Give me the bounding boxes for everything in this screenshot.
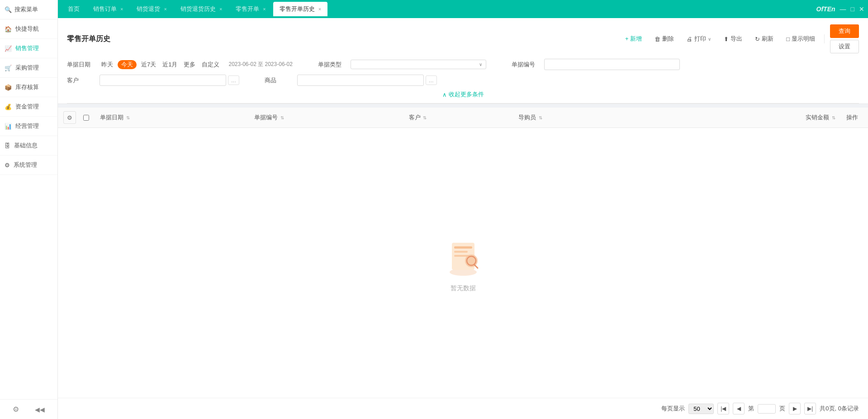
refresh-button[interactable]: ↻ 刷新 (751, 33, 777, 45)
date-opt-more[interactable]: 更多 (182, 60, 197, 69)
print-label: 打印 (694, 35, 706, 43)
date-opt-1month[interactable]: 近1月 (161, 60, 179, 69)
th-date[interactable]: 单据日期 ⇅ (95, 108, 249, 128)
date-opt-today[interactable]: 今天 (118, 60, 137, 69)
tab-sales-order-label: 销售订单 (93, 5, 117, 13)
table-settings-button[interactable]: ⚙ (63, 111, 76, 124)
sort-salesperson-icon: ⇅ (539, 115, 542, 120)
goods-ellipsis[interactable]: ... (426, 75, 437, 85)
th-salesperson[interactable]: 导购员 ⇅ (513, 108, 645, 128)
page-title: 零售开单历史 (67, 34, 110, 44)
prev-page-button[interactable]: ◀ (733, 403, 745, 414)
tab-sales-return-history-close[interactable]: × (219, 6, 222, 12)
tab-sales-return[interactable]: 销货退货 × (130, 2, 173, 16)
sidebar-item-base-info[interactable]: 🗄 基础信息 (0, 136, 57, 155)
th-spacer (645, 108, 686, 128)
brand-label: OfTEn (816, 5, 835, 13)
search-icon: 🔍 (5, 6, 12, 13)
sort-doc-no-icon: ⇅ (280, 115, 284, 120)
last-page-button[interactable]: ▶| (804, 403, 816, 414)
data-table: ⚙ 单据日期 ⇅ 单据编号 ⇅ (58, 108, 868, 128)
window-controls: OfTEn — □ ✕ (816, 5, 864, 13)
setting-button[interactable]: 设置 (830, 40, 859, 53)
next-page-button[interactable]: ▶ (789, 403, 801, 414)
date-opt-custom[interactable]: 自定义 (200, 60, 221, 69)
tab-sales-order-close[interactable]: × (120, 6, 123, 12)
sidebar-item-label: 销售管理 (15, 44, 39, 52)
doc-type-label: 单据类型 (318, 61, 343, 69)
sidebar: 🔍 搜索菜单 🏠 快捷导航 📈 销售管理 🛒 采购管理 📦 库存核算 💰 资金管… (0, 0, 58, 419)
query-button[interactable]: 查询 (830, 24, 859, 38)
sidebar-item-purchase-mgmt[interactable]: 🛒 采购管理 (0, 58, 57, 78)
delete-label: 删除 (662, 35, 674, 43)
th-customer[interactable]: 客户 ⇅ (403, 108, 513, 128)
date-range: 2023-06-02 至 2023-06-02 (228, 61, 292, 68)
doc-no-input[interactable] (544, 59, 680, 70)
sort-amount-icon: ⇅ (832, 115, 835, 120)
th-amount[interactable]: 实销金额 ⇅ (687, 108, 841, 128)
filter-row-date: 单据日期 昨天 今天 近7天 近1月 更多 自定义 2023-06-02 至 2… (67, 59, 859, 70)
tab-sales-order[interactable]: 销售订单 × (87, 2, 129, 16)
sidebar-item-label: 经营管理 (15, 122, 39, 130)
refresh-icon: ↻ (755, 36, 760, 42)
per-page-select[interactable]: 50 100 200 (688, 404, 714, 414)
sort-customer-icon: ⇅ (423, 115, 427, 120)
date-opt-7days[interactable]: 近7天 (139, 60, 158, 69)
export-button[interactable]: ⬆ 导出 (720, 33, 746, 45)
sidebar-item-label: 系统管理 (14, 161, 37, 169)
collapse-label: 收起更多条件 (449, 90, 484, 99)
export-icon: ⬆ (724, 36, 729, 42)
first-page-button[interactable]: |◀ (717, 403, 729, 414)
goods-input[interactable] (297, 75, 424, 86)
window-close-icon[interactable]: ✕ (859, 5, 864, 13)
window-max-icon[interactable]: □ (851, 5, 854, 13)
page-number-input[interactable]: 1 (758, 404, 776, 414)
tab-retail-open-history-close[interactable]: × (318, 6, 321, 12)
svg-rect-2 (454, 246, 472, 249)
sidebar-item-label: 快捷导航 (15, 25, 39, 33)
collapse-sidebar-icon[interactable]: ◀◀ (35, 406, 45, 413)
settings-icon[interactable]: ⚙ (13, 405, 19, 414)
print-button[interactable]: 🖨 打印 ∨ (683, 33, 715, 45)
display-detail-button[interactable]: □ 显示明细 (783, 33, 819, 45)
th-doc-no[interactable]: 单据编号 ⇅ (249, 108, 403, 128)
delete-icon: 🗑 (655, 36, 660, 42)
tab-retail-open-history[interactable]: 零售开单历史 × (273, 2, 327, 16)
main-area: 首页 销售订单 × 销货退货 × 销货退货历史 × 零售开单 × 零售开单历史 … (58, 0, 868, 419)
sidebar-bottom: ⚙ ◀◀ (0, 399, 57, 419)
sidebar-search[interactable]: 🔍 搜索菜单 (0, 0, 57, 19)
tab-home[interactable]: 首页 (62, 2, 86, 16)
sidebar-item-quick-nav[interactable]: 🏠 快捷导航 (0, 19, 57, 39)
customer-input[interactable] (100, 75, 226, 86)
sidebar-item-sales-mgmt[interactable]: 📈 销售管理 (0, 39, 57, 58)
sidebar-item-sys-mgmt[interactable]: ⚙ 系统管理 (0, 155, 57, 175)
tab-retail-open-history-label: 零售开单历史 (280, 5, 315, 13)
tab-retail-open-close[interactable]: × (263, 6, 266, 12)
tab-sales-return-history[interactable]: 销货退货历史 × (174, 2, 228, 16)
customer-ellipsis[interactable]: ... (228, 75, 239, 85)
doc-type-select[interactable]: ∨ (351, 60, 486, 69)
sidebar-item-finance[interactable]: 💰 资金管理 (0, 97, 57, 117)
date-opt-yesterday[interactable]: 昨天 (100, 60, 115, 69)
empty-icon (441, 234, 486, 279)
purchase-icon: 🛒 (5, 65, 12, 71)
sidebar-item-label: 库存核算 (15, 83, 39, 91)
toolbar: + 新增 🗑 删除 🖨 打印 ∨ ⬆ 导出 (621, 24, 859, 53)
filter-area: 单据日期 昨天 今天 近7天 近1月 更多 自定义 2023-06-02 至 2… (67, 59, 859, 104)
table-area: ⚙ 单据日期 ⇅ 单据编号 ⇅ (58, 108, 868, 419)
collapse-more-conditions[interactable]: ∧ 收起更多条件 (67, 90, 859, 99)
window-min-icon[interactable]: — (840, 5, 846, 13)
sidebar-item-inventory[interactable]: 📦 库存核算 (0, 78, 57, 97)
empty-text: 暂无数据 (451, 284, 476, 292)
tab-sales-return-close[interactable]: × (164, 6, 166, 12)
add-button[interactable]: + 新增 (621, 33, 645, 45)
sys-mgmt-icon: ⚙ (5, 162, 10, 169)
operation-icon: 📊 (5, 123, 12, 130)
delete-button[interactable]: 🗑 删除 (651, 33, 678, 45)
svg-rect-3 (454, 251, 468, 253)
sidebar-item-operation[interactable]: 📊 经营管理 (0, 117, 57, 136)
tab-retail-open[interactable]: 零售开单 × (229, 2, 272, 16)
select-all-checkbox[interactable] (83, 115, 89, 121)
th-operations: 操作 (841, 108, 868, 128)
date-label: 单据日期 (67, 61, 92, 69)
